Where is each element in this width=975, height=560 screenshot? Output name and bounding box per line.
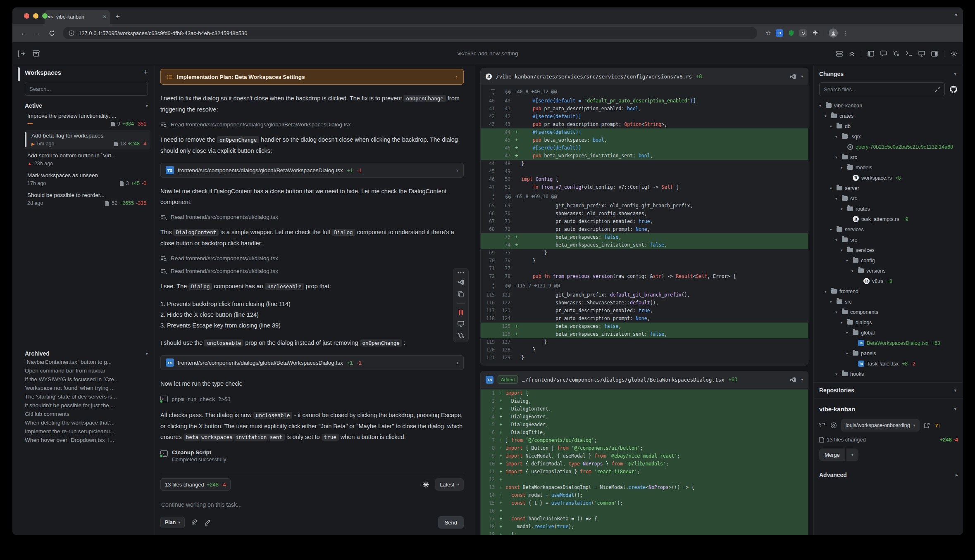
bookmark-star-icon[interactable]: ☆ [765, 29, 771, 37]
collapse-all-icon[interactable] [849, 51, 855, 57]
tree-folder[interactable]: ▾.sqlx [819, 131, 958, 142]
tree-folder[interactable]: ▾components [819, 307, 958, 317]
collapse-panel-icon[interactable]: ▾ [801, 377, 803, 382]
workspace-item[interactable]: Mark workspaces as unseen17h ago3+45-0 [25, 169, 150, 189]
tree-file[interactable]: Rworkspace.rs+8 [819, 173, 958, 183]
version-dropdown[interactable]: Latest ▾ [435, 478, 464, 491]
cleanup-script-row[interactable]: >_Cleanup ScriptCompleted successfully [160, 449, 464, 463]
repository-header[interactable]: vibe-kanban ▾ [819, 403, 958, 414]
reload-icon[interactable] [45, 27, 58, 39]
advanced-section-header[interactable]: Advanced ▸ [819, 472, 958, 478]
archived-workspace-item[interactable]: When hover over `Dropdown.tsx` i... [25, 436, 151, 444]
profile-avatar[interactable] [829, 28, 838, 38]
tree-folder[interactable]: ▾services [819, 245, 958, 255]
tree-folder[interactable]: ▾src [819, 152, 958, 162]
panel-left-icon[interactable] [868, 51, 874, 57]
open-external-icon[interactable] [924, 422, 930, 429]
git-compare-icon[interactable] [893, 50, 899, 57]
tab-search-icon[interactable]: ▾ [955, 12, 957, 18]
compare-branch-icon[interactable] [819, 422, 826, 428]
send-button[interactable]: Send [438, 516, 464, 529]
collapse-tree-icon[interactable] [935, 87, 940, 92]
changes-section-header[interactable]: Changes ▾ [819, 68, 958, 79]
tree-folder[interactable]: ▾versions [819, 266, 958, 276]
copy-icon[interactable] [458, 291, 464, 297]
tree-file[interactable]: query-70b21c5c0a2ba5c21c9c1132f14a68 [819, 142, 958, 152]
workspace-item[interactable]: Should be possible to reorder...2d ago52… [25, 189, 150, 209]
expand-hunk-icon[interactable]: ↓↑ [481, 191, 505, 202]
active-section-header[interactable]: Active ▾ [25, 102, 155, 109]
tree-folder[interactable]: ▾routes [819, 204, 958, 214]
mode-dropdown[interactable]: Plan ▾ [160, 517, 185, 528]
more-dots-icon[interactable] [458, 272, 464, 273]
tool-read-row[interactable]: Read frontend/src/components/ui/dialog.t… [160, 268, 464, 274]
tree-file[interactable]: TSTaskPanel.tsx+8-2 [819, 358, 958, 369]
tree-folder[interactable]: ▾config [819, 255, 958, 266]
branch-dropdown[interactable]: louis/workspace-onboarding ▾ [841, 419, 920, 432]
file-change-card[interactable]: TSfrontend/src/components/dialogs/global… [160, 355, 464, 370]
tree-folder[interactable]: ▾vibe-kanban [819, 100, 958, 111]
tree-folder[interactable]: ▾src [819, 297, 958, 307]
collapse-panel-icon[interactable]: ▾ [801, 74, 803, 78]
add-workspace-button[interactable]: + [143, 68, 148, 77]
archived-workspace-item[interactable]: It shouldn't be possible for just the ..… [25, 401, 151, 410]
file-change-card[interactable]: TSfrontend/src/components/dialogs/global… [160, 163, 464, 178]
attach-paperclip-icon[interactable] [191, 519, 198, 526]
forward-icon[interactable]: → [31, 27, 44, 39]
monitor-icon[interactable] [458, 321, 464, 327]
expand-hunk-icon[interactable]: ↓↑ [481, 280, 505, 291]
extension-icon-shield[interactable] [788, 30, 794, 36]
tree-folder[interactable]: ▾db [819, 121, 958, 131]
tree-file[interactable]: TSBetaWorkspacesDialog.tsx+63 [819, 338, 958, 348]
tree-folder[interactable]: ▾hooks [819, 369, 958, 379]
vscode-icon[interactable] [458, 279, 464, 285]
tree-folder[interactable]: ▾frontend [819, 286, 958, 297]
archived-workspace-item[interactable]: 'workspace not found' when trying ... [25, 384, 151, 392]
diff-file-header[interactable]: R /vibe-kanban/crates/services/src/servi… [481, 68, 808, 85]
files-changed-pill[interactable]: 13 files changed +248 -4 [160, 478, 231, 491]
merge-options-dropdown[interactable]: ▾ [846, 448, 858, 461]
archived-workspace-item[interactable]: When deleting the workspace that'... [25, 418, 151, 427]
tree-folder[interactable]: ▾dialogs [819, 317, 958, 327]
zoom-window-button[interactable] [42, 13, 48, 19]
tab-close-icon[interactable]: ✕ [103, 14, 107, 20]
tool-read-row[interactable]: Read frontend/src/components/ui/dialog.t… [160, 214, 464, 220]
plan-banner[interactable]: Implementation Plan: Beta Workspaces Set… [160, 69, 464, 85]
layout-rows-icon[interactable] [836, 51, 843, 57]
browser-menu-kebab-icon[interactable]: ⋮ [843, 30, 849, 36]
comment-icon[interactable] [880, 50, 887, 57]
tree-folder[interactable]: ▾global [819, 327, 958, 338]
browser-tab[interactable]: VK vibe-kanban ✕ [45, 10, 110, 24]
archived-workspace-item[interactable]: If the WYSIWYG is focussed in `Cre... [25, 375, 151, 384]
message-composer[interactable]: Continue working on this task... Plan ▾ … [160, 495, 464, 535]
archived-workspace-item[interactable]: `NavbarContainer.tsx` button to g... [25, 358, 151, 366]
panel-right-icon[interactable] [931, 51, 938, 57]
tree-folder[interactable]: ▾src [819, 235, 958, 245]
sidebar-scrollbar[interactable] [18, 67, 20, 81]
minimize-window-button[interactable] [33, 13, 38, 19]
tree-folder[interactable]: ▾models [819, 162, 958, 173]
tree-folder[interactable]: ▾server [819, 183, 958, 193]
tree-folder[interactable]: ▾services [819, 224, 958, 235]
workspace-item[interactable]: Add scroll to bottom button in `Virt...▲… [25, 149, 150, 169]
repositories-section-header[interactable]: Repositories ▾ [819, 384, 958, 395]
git-compare-icon[interactable] [458, 332, 464, 339]
edit-pen-icon[interactable] [204, 519, 211, 526]
back-icon[interactable]: ← [17, 27, 30, 39]
tool-read-row[interactable]: Read frontend/src/components/dialogs/glo… [160, 121, 464, 128]
workspace-item[interactable]: Add beta flag for workspaces▶5m ago13+24… [25, 130, 150, 149]
address-bar[interactable]: 127.0.0.1:57095/workspaces/c63c9fd6-dfb8… [63, 27, 757, 39]
archived-workspace-item[interactable]: GitHub comments [25, 410, 151, 418]
tool-read-row[interactable]: Read frontend/src/components/ui/dialog.t… [160, 255, 464, 261]
message-input[interactable]: Continue working on this task... [160, 499, 464, 516]
extension-icon-camera[interactable] [799, 29, 807, 37]
diff-file-header[interactable]: TS Added …/frontend/src/components/dialo… [481, 371, 808, 388]
settings-gear-icon[interactable] [951, 50, 957, 57]
archived-workspace-item[interactable]: Implement the re-run setup/cleanu... [25, 427, 151, 436]
file-search-input[interactable]: Search files... [819, 82, 945, 96]
archived-section-header[interactable]: Archived ▾ [25, 350, 155, 357]
expand-hunk-icon[interactable]: ┄┄↑ [481, 86, 505, 97]
window-controls[interactable] [24, 13, 48, 19]
tree-file[interactable]: Rtask_attempts.rs+9 [819, 214, 958, 224]
merge-button[interactable]: Merge [819, 448, 845, 461]
